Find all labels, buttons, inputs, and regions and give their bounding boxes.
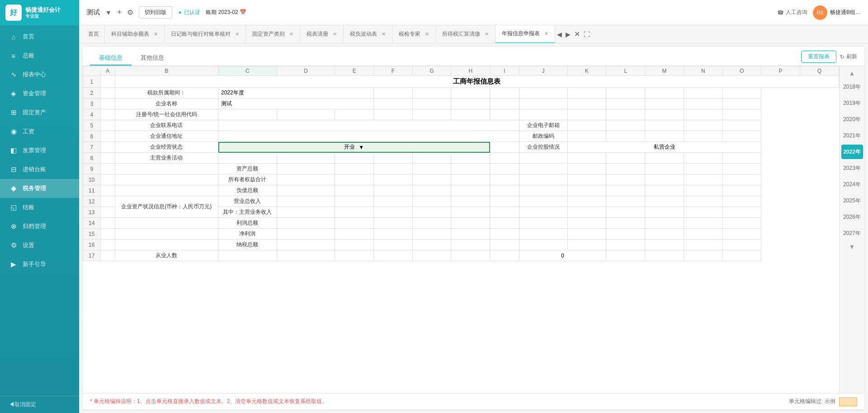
cell-14-x5[interactable] [490,218,519,229]
cell-15-x4[interactable] [451,229,490,239]
cell-12-x8[interactable] [606,196,645,207]
cell-10-x0[interactable] [277,174,335,185]
cell-11-x10[interactable] [684,185,722,196]
cell-16-x11[interactable] [722,239,761,250]
tab-fixed-assets-type[interactable]: 固定资产类别✕ [246,25,300,43]
cell-16-x4[interactable] [451,239,490,250]
cell-6-k4[interactable] [722,131,761,142]
cell-11-x6[interactable] [519,185,567,196]
cell-3-x8[interactable] [684,99,722,109]
cell-3-x7[interactable] [645,99,684,109]
cell-10-x4[interactable] [451,174,490,185]
cell-9-x1[interactable] [335,164,374,174]
cell-2-x5[interactable] [567,88,606,99]
user-menu[interactable]: Rit 畅捷通B组… [813,5,861,20]
cell-2-x3[interactable] [490,88,519,99]
cell-16-x10[interactable] [684,239,722,250]
cell-17-c1[interactable] [277,250,335,261]
cell-15-x1[interactable] [335,229,374,239]
cell-6-k3[interactable] [684,131,722,142]
cell-17-l2[interactable] [684,250,722,261]
cell-2-x8[interactable] [684,88,722,99]
year-item-2018年[interactable]: 2018年 [841,80,863,94]
tab-tax-fluctuation[interactable]: 税负波动表✕ [344,25,392,43]
tab-close-fixed-assets-type[interactable]: ✕ [289,31,293,37]
cell-14-b[interactable] [115,218,218,229]
cell-13-x7[interactable] [567,207,606,218]
cell-16-b[interactable] [115,239,218,250]
cell-16-x1[interactable] [335,239,374,250]
tab-journal-bank[interactable]: 日记账与银行对账单核对✕ [165,25,246,43]
cell-4-x2[interactable] [335,109,374,120]
tab-home[interactable]: 首页 [83,25,105,43]
cell-12-x0[interactable] [277,196,335,207]
cell-6-c[interactable] [218,131,519,142]
cell-17-c6[interactable] [490,250,519,261]
cell-11-x9[interactable] [645,185,684,196]
cell-10-x5[interactable] [490,174,519,185]
year-item-2022年[interactable]: 2022年 [841,145,863,159]
cell-9-x0[interactable] [277,164,335,174]
cell-14-x9[interactable] [645,218,684,229]
cell-7-c-dropdown[interactable]: 开业▼ [218,142,490,153]
cell-17-l0[interactable] [606,250,645,261]
cell-16-x8[interactable] [606,239,645,250]
cell-9-x9[interactable] [645,164,684,174]
cell-5-k2[interactable] [645,120,684,131]
cell-4-x7[interactable] [519,109,567,120]
cell-3-x9[interactable] [722,99,761,109]
cell-5-k3[interactable] [684,120,722,131]
cell-17-j[interactable]: 0 [519,250,606,261]
cell-5-c[interactable] [218,120,519,131]
cell-14-x2[interactable] [374,218,413,229]
old-version-button[interactable]: 切到旧版 [139,6,172,19]
cell-14-x7[interactable] [567,218,606,229]
cell-13-x6[interactable] [519,207,567,218]
cell-15-x10[interactable] [684,229,722,239]
cell-17-c0[interactable] [218,250,277,261]
app-dropdown-button[interactable]: ▼ [105,9,112,16]
year-item-2020年[interactable]: 2020年 [841,112,863,127]
tab-prev-button[interactable]: ◀ [555,25,564,43]
cell-11-x5[interactable] [490,185,519,196]
cell-4-x6[interactable] [490,109,519,120]
cell-13-x8[interactable] [606,207,645,218]
cell-15-x9[interactable] [645,229,684,239]
cell-16-x9[interactable] [645,239,684,250]
cell-15-x11[interactable] [722,229,761,239]
cell-10-x11[interactable] [722,174,761,185]
cell-2-x1[interactable] [412,88,451,99]
cell-4-x0[interactable] [218,109,277,120]
sidebar-collapse-button[interactable]: ◀取消固定 [0,396,79,413]
cell-14-x8[interactable] [606,218,645,229]
cell-13-a[interactable] [100,207,115,218]
cell-15-x0[interactable] [277,229,335,239]
cell-2-x2[interactable] [451,88,490,99]
cell-8-x8[interactable] [567,153,606,164]
cell-2-x9[interactable] [722,88,761,99]
cell-3-x5[interactable] [567,99,606,109]
tab-next-button[interactable]: ▶ [564,25,572,43]
cell-11-x7[interactable] [567,185,606,196]
sidebar-item-home[interactable]: ⌂首页 [0,27,79,46]
cell-8-a[interactable] [100,153,115,164]
cell-4-x1[interactable] [277,109,335,120]
cell-3-x1[interactable] [412,99,451,109]
cell-15-x6[interactable] [519,229,567,239]
cell-9-x10[interactable] [684,164,722,174]
cell-10-x2[interactable] [374,174,413,185]
cell-8-x10[interactable] [645,153,684,164]
cell-4-a[interactable] [100,109,115,120]
cell-9-x4[interactable] [451,164,490,174]
cell-2-x6[interactable] [606,88,645,99]
sidebar-item-capital[interactable]: ◈资金管理 [0,84,79,103]
cell-4-x12[interactable] [722,109,761,120]
year-item-2025年[interactable]: 2025年 [841,193,863,208]
cell-16-x5[interactable] [490,239,519,250]
cell-9-x11[interactable] [722,164,761,174]
cell-16-x6[interactable] [519,239,567,250]
cell-15-a[interactable] [100,229,115,239]
cell-17-a[interactable] [100,250,115,261]
cell-15-x7[interactable] [567,229,606,239]
tab-aux-balance[interactable]: 科目辅助余额表✕ [105,25,165,43]
